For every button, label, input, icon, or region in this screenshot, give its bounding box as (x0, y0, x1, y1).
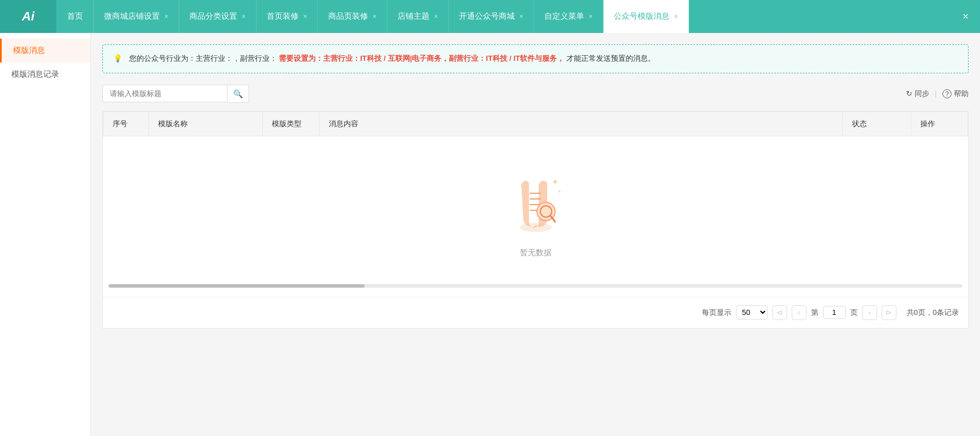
col-header-action: 操作 (911, 111, 968, 136)
alert-icon: 💡 (113, 54, 122, 63)
nav-tab-template-msg-close[interactable]: × (674, 13, 678, 20)
page-prefix-label: 第 (811, 308, 818, 318)
sync-label: 同步 (915, 89, 929, 99)
nav-tab-store-setting[interactable]: 微商城店铺设置 × (94, 0, 179, 33)
prev-page-button[interactable]: ‹ (792, 305, 807, 320)
svg-text:✦: ✦ (552, 177, 559, 186)
next-page-button[interactable]: › (862, 305, 877, 320)
nav-tab-category-close[interactable]: × (242, 13, 246, 20)
content-area: 💡 您的公众号行业为：主营行业：，副营行业： 需要设置为：主营行业：IT科技 /… (91, 33, 980, 436)
total-label: 共0页，0条记录 (907, 308, 959, 318)
nav-tab-open-mall-label: 开通公众号商城 (459, 11, 515, 22)
nav-tab-store-setting-label: 微商城店铺设置 (104, 11, 160, 22)
brand-text: Ai (22, 9, 35, 24)
svg-text:✦: ✦ (557, 189, 562, 194)
sync-button[interactable]: ↻ 同步 (906, 89, 929, 99)
nav-tab-product-decor-label: 商品页装修 (328, 11, 368, 22)
empty-illustration: ✦ ✦ (502, 171, 570, 239)
col-header-status-label: 状态 (852, 119, 867, 128)
search-input[interactable] (102, 85, 228, 102)
col-header-index: 序号 (104, 111, 149, 136)
sidebar-item-template-msg-record-label: 模版消息记录 (11, 69, 59, 78)
nav-tab-custom-menu-label: 自定义菜单 (544, 11, 584, 22)
scrollbar-area (103, 281, 968, 297)
empty-state: ✦ ✦ 暂无数据 (103, 136, 968, 281)
empty-text: 暂无数据 (520, 248, 552, 258)
col-header-type-label: 模版类型 (272, 119, 301, 128)
nav-tab-store-setting-close[interactable]: × (164, 13, 168, 20)
main-layout: 模版消息 模版消息记录 💡 您的公众号行业为：主营行业：，副营行业： 需要设置为… (0, 33, 980, 436)
divider: | (935, 89, 937, 98)
top-navigation: Ai 首页 微商城店铺设置 × 商品分类设置 × 首页装修 × 商品页装修 × … (0, 0, 980, 33)
col-header-action-label: 操作 (920, 119, 935, 128)
page-suffix-label: 页 (850, 308, 858, 318)
page-input[interactable] (823, 306, 846, 319)
search-bar-left: 🔍 (102, 85, 249, 103)
alert-prefix-text: 您的公众号行业为：主营行业：，副营行业： (129, 54, 277, 63)
first-page-button[interactable]: ⊲ (772, 305, 787, 320)
col-header-type: 模版类型 (263, 111, 320, 136)
pagination: 每页显示 10 20 50 100 ⊲ ‹ 第 页 › ⊳ 共0页，0条记录 (103, 297, 968, 328)
col-header-name: 模版名称 (149, 111, 263, 136)
nav-tab-theme[interactable]: 店铺主题 × (387, 0, 449, 33)
last-page-button[interactable]: ⊳ (882, 305, 896, 320)
nav-tab-home-decor-label: 首页装修 (267, 11, 299, 22)
nav-tab-custom-menu-close[interactable]: × (589, 13, 593, 20)
col-header-content: 消息内容 (320, 111, 843, 136)
nav-tab-home[interactable]: 首页 (57, 0, 94, 33)
nav-tab-home-decor-close[interactable]: × (303, 13, 307, 20)
nav-tab-category[interactable]: 商品分类设置 × (179, 0, 257, 33)
nav-tab-product-decor[interactable]: 商品页装修 × (318, 0, 387, 33)
sidebar-item-template-msg-label: 模版消息 (13, 45, 45, 55)
alert-suffix-text: 才能正常发送预置的消息。 (567, 54, 655, 63)
col-header-status: 状态 (843, 111, 911, 136)
search-bar-right: ↻ 同步 | ? 帮助 (906, 89, 969, 99)
table-header-row: 序号 模版名称 模版类型 消息内容 状态 (104, 111, 968, 136)
sync-icon: ↻ (906, 89, 912, 98)
nav-tab-template-msg[interactable]: 公众号模版消息 × (603, 0, 689, 33)
col-header-name-label: 模版名称 (158, 119, 188, 128)
nav-tab-theme-close[interactable]: × (434, 13, 438, 20)
nav-tab-template-msg-label: 公众号模版消息 (614, 11, 669, 22)
sidebar-item-template-msg-record[interactable]: 模版消息记录 (0, 63, 90, 86)
close-all-tabs-button[interactable]: × (962, 11, 969, 23)
page-size-label: 每页显示 (702, 308, 731, 318)
help-label: 帮助 (954, 89, 969, 99)
nav-tab-product-decor-close[interactable]: × (373, 13, 377, 20)
scrollbar-track[interactable] (109, 284, 962, 288)
nav-tab-custom-menu[interactable]: 自定义菜单 × (534, 0, 603, 33)
alert-highlight-text: 需要设置为：主营行业：IT科技 / 互联网|电子商务，副营行业：IT科技 / I… (279, 54, 564, 63)
nav-tab-home-label: 首页 (67, 11, 83, 22)
page-size-select[interactable]: 10 20 50 100 (736, 305, 768, 319)
alert-banner: 💡 您的公众号行业为：主营行业：，副营行业： 需要设置为：主营行业：IT科技 /… (102, 44, 969, 73)
search-bar: 🔍 ↻ 同步 | ? 帮助 (102, 85, 969, 103)
sidebar: 模版消息 模版消息记录 (0, 33, 91, 436)
nav-tab-open-mall-close[interactable]: × (519, 13, 523, 20)
data-table: 序号 模版名称 模版类型 消息内容 状态 (103, 111, 968, 136)
sidebar-item-template-msg[interactable]: 模版消息 (0, 39, 90, 63)
nav-tab-theme-label: 店铺主题 (398, 11, 429, 22)
brand-logo: Ai (0, 0, 57, 33)
help-icon: ? (942, 89, 952, 98)
search-button[interactable]: 🔍 (228, 85, 249, 103)
nav-tab-open-mall[interactable]: 开通公众号商城 × (449, 0, 534, 33)
col-header-index-label: 序号 (113, 119, 127, 128)
nav-tab-category-label: 商品分类设置 (189, 11, 237, 22)
help-button[interactable]: ? 帮助 (942, 89, 969, 99)
nav-tab-home-decor[interactable]: 首页装修 × (257, 0, 318, 33)
scrollbar-thumb (109, 284, 365, 288)
col-header-content-label: 消息内容 (329, 119, 358, 128)
search-icon: 🔍 (233, 89, 243, 98)
table-container: 序号 模版名称 模版类型 消息内容 状态 (102, 111, 969, 329)
